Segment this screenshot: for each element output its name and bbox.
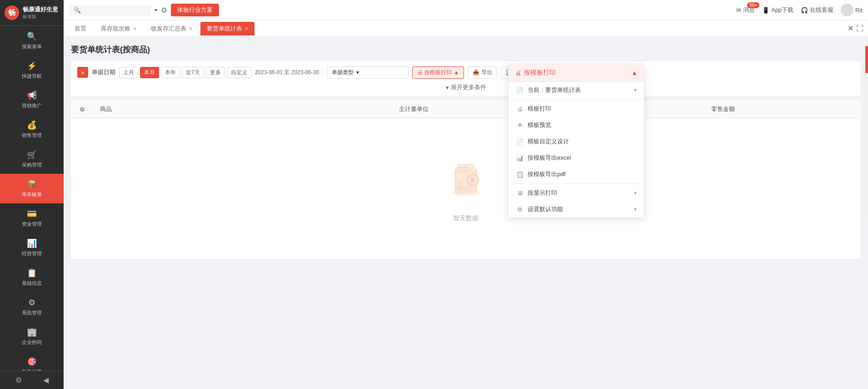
template-design-item[interactable]: 📄 模板自定义设计 (509, 133, 644, 150)
date-btn-custom[interactable]: 自定义 (227, 67, 251, 78)
expand-icon-button[interactable]: » (77, 67, 88, 78)
popup-header: 🖨 按模板打印 ▲ (509, 64, 644, 82)
topbar-gear-icon[interactable]: ⚙ (161, 6, 167, 15)
sidebar-item-finance[interactable]: 💳 资金管理 (0, 203, 64, 233)
sidebar-item-basic-info[interactable]: 📋 基础信息 (0, 263, 64, 292)
export-excel-item[interactable]: 📊 按模板导出excel (509, 150, 644, 166)
sidebar-item-search[interactable]: 🔍 搜索菜单 (0, 26, 64, 56)
app-download-button[interactable]: 📱 App下载 (762, 6, 793, 14)
display-print-item[interactable]: 🖥 按显示打印 ▾ (509, 185, 644, 201)
user-name: Rit (855, 7, 863, 14)
current-template-item[interactable]: 📄 当前：要货单统计表 ▾ (509, 82, 644, 98)
expand-more-conditions-button[interactable]: ▾ 展开更多条件 (77, 83, 854, 91)
tab-fullscreen-button[interactable]: ⛶ (856, 25, 863, 33)
print-template-button[interactable]: 🖨 按模板打印 ▲ (412, 66, 464, 79)
sidebar-label-operations: 经营管理 (22, 250, 42, 257)
sidebar-item-sales[interactable]: 💰 销售管理 (0, 115, 64, 144)
tab-receipt-summary[interactable]: 收发存汇总表 × (145, 22, 199, 35)
page-title: 要货单统计表(按商品) (71, 44, 861, 55)
table-header: ⚙ 商品 主计量单位 主数量 零售金额 (71, 101, 861, 118)
search-input[interactable] (83, 7, 146, 13)
template-preview-icon: 👁 (516, 121, 524, 129)
svg-rect-7 (458, 167, 467, 168)
tab-order-stats[interactable]: 要货单统计表 × (200, 22, 254, 35)
export-pdf-label: 按模板导出pdf (528, 170, 565, 178)
sidebar-item-enterprise[interactable]: 🏢 企业协同 (0, 322, 64, 351)
sidebar: 畅 畅康通好生意 标准版 🔍 搜索菜单 ⚡ 快捷导航 📢 营销推广 💰 销售管理… (0, 0, 64, 389)
default-func-icon: ⚙ (516, 205, 524, 213)
headset-icon: 🎧 (801, 7, 808, 14)
sidebar-collapse-icon[interactable]: ◀ (43, 376, 49, 384)
tab-receipt-summary-label: 收发存汇总表 (151, 25, 186, 33)
tab-receipt-summary-close[interactable]: × (189, 25, 192, 32)
display-print-chevron: ▾ (634, 190, 637, 196)
sidebar-item-operations[interactable]: 📊 经营管理 (0, 233, 64, 263)
enterprise-icon: 🏢 (27, 327, 37, 337)
finance-icon: 💳 (27, 209, 37, 219)
date-btn-this-month[interactable]: 本月 (140, 67, 159, 78)
date-btn-last-month[interactable]: 上月 (119, 67, 138, 78)
template-preview-label: 模板预览 (528, 121, 551, 129)
message-badge: 99+ (747, 2, 759, 8)
sidebar-item-system[interactable]: ⚙ 系统管理 (0, 292, 64, 322)
sidebar-label-inventory: 库存核算 (22, 191, 42, 198)
topbar-search-box[interactable]: 🔍 (69, 5, 151, 15)
search-icon: 🔍 (27, 31, 37, 41)
logo-area: 畅 畅康通好生意 标准版 (0, 0, 64, 26)
print-dropdown-popup: 🖨 按模板打印 ▲ 📄 当前：要货单统计表 ▾ 🖨 模板打印 👁 模板预览 📄 … (508, 64, 644, 218)
default-func-label: 设置默认功能 (528, 205, 563, 213)
export-icon: 📤 (473, 69, 479, 76)
sidebar-item-marketing[interactable]: 📢 营销推广 (0, 85, 64, 115)
sidebar-item-newbie[interactable]: 🎯 新手引导 (0, 351, 64, 371)
user-avatar-button[interactable]: Rit (841, 4, 863, 16)
export-excel-label: 按模板导出excel (528, 154, 571, 162)
sidebar-settings-icon[interactable]: ⚙ (15, 376, 22, 384)
default-func-left: ⚙ 设置默认功能 (516, 205, 563, 213)
user-avatar (841, 4, 853, 16)
sidebar-label-search: 搜索菜单 (22, 43, 42, 50)
online-service-button[interactable]: 🎧 在线客服 (801, 6, 833, 14)
action-row: » 单据日期 上月 本月 本年 近7天 更多 自定义 2023-06-01 至 … (77, 66, 854, 79)
topbar-dropdown[interactable]: ▾ (155, 7, 157, 13)
sidebar-label-marketing: 营销推广 (22, 102, 42, 109)
date-btn-more[interactable]: 更多 (206, 67, 225, 78)
template-print-item[interactable]: 🖨 模板打印 (509, 101, 644, 117)
svg-point-12 (462, 187, 464, 189)
basic-info-icon: 📋 (27, 268, 37, 278)
sidebar-item-quick-nav[interactable]: ⚡ 快捷导航 (0, 56, 64, 85)
tab-close-all-button[interactable]: ✕ (848, 24, 853, 33)
column-settings[interactable]: ⚙ (71, 101, 94, 117)
template-print-icon: 🖨 (516, 105, 524, 113)
sidebar-item-purchase[interactable]: 🛒 采购管理 (0, 144, 64, 174)
date-btn-7days[interactable]: 近7天 (182, 67, 204, 78)
export-button[interactable]: 📤 导出 (468, 66, 497, 79)
template-preview-item[interactable]: 👁 模板预览 (509, 117, 644, 133)
sidebar-label-enterprise: 企业协同 (22, 339, 42, 346)
popup-close-chevron[interactable]: ▲ (631, 69, 638, 76)
tab-home[interactable]: 首页 (68, 22, 93, 35)
search-icon: 🔍 (74, 7, 81, 14)
message-icon: ✉ (736, 7, 741, 14)
date-btn-this-year[interactable]: 本年 (161, 67, 180, 78)
expand-conditions-label: 展开更多条件 (451, 83, 486, 91)
tab-inventory-batch[interactable]: 库存批次账 × (95, 22, 143, 35)
order-type-select[interactable]: 单据类型 ▾ (327, 66, 409, 79)
sales-icon: 💰 (27, 120, 37, 130)
tab-order-stats-label: 要货单统计表 (207, 25, 242, 33)
message-button[interactable]: ✉ 消息 99+ (736, 6, 755, 14)
template-design-label: 模板自定义设计 (528, 137, 569, 146)
tab-order-stats-close[interactable]: × (245, 25, 248, 32)
right-scrollbar[interactable] (865, 37, 868, 219)
date-label: 单据日期 (92, 68, 115, 76)
tab-inventory-batch-close[interactable]: × (133, 25, 136, 32)
sidebar-item-inventory[interactable]: 📦 库存核算 (0, 174, 64, 203)
trial-button[interactable]: 体验行业方案 (171, 4, 219, 16)
export-pdf-item[interactable]: 📋 按模板导出pdf (509, 166, 644, 182)
tab-home-label: 首页 (75, 25, 86, 33)
quick-nav-icon: ⚡ (27, 61, 37, 71)
sidebar-label-purchase: 采购管理 (22, 162, 42, 168)
default-func-item[interactable]: ⚙ 设置默认功能 ▾ (509, 201, 644, 217)
empty-text: 暂无数据 (453, 214, 479, 222)
empty-icon (443, 155, 489, 209)
tab-inventory-batch-label: 库存批次账 (101, 25, 130, 33)
